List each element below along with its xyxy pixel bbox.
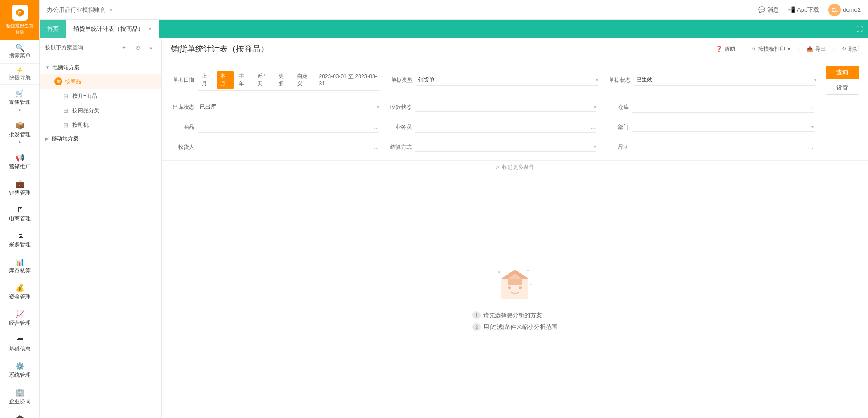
sidebar-item-sales[interactable]: 💼 销售管理 — [0, 175, 39, 201]
operation-icon: 📈 — [15, 310, 24, 318]
marketing-icon: 📢 — [15, 153, 24, 162]
tab-home[interactable]: 首页 — [40, 20, 66, 38]
messages-icon: 💬 — [758, 6, 765, 13]
ecommerce-icon: 🖥 — [16, 206, 24, 214]
sidebar-item-inventory[interactable]: 📊 库存核算 — [0, 253, 39, 279]
scheme-settings-btn[interactable]: ⊙ — [132, 43, 142, 52]
scheme-grid-icon-3: ⊞ — [61, 121, 70, 129]
sidebar-item-ecommerce[interactable]: 🖥 电商管理 — [0, 201, 39, 227]
search-menu[interactable]: 🔍 搜索菜单 — [0, 40, 39, 64]
dept-arrow: ▾ — [811, 124, 814, 129]
industry-dropdown[interactable]: ▾ — [109, 6, 113, 13]
brand-dots[interactable]: … — [808, 143, 814, 150]
sidebar-item-operation[interactable]: 📈 经营管理 — [0, 305, 39, 332]
date-btn-this-year[interactable]: 本年 — [235, 71, 253, 89]
doc-status-input[interactable]: 已生效 ▾ — [634, 74, 816, 86]
tab-close-icon[interactable]: × — [148, 26, 151, 32]
sidebar-item-wholesale[interactable]: 📦 批发管理 ▲ — [0, 117, 39, 149]
help-action[interactable]: ❓ 帮助 — [716, 45, 735, 53]
product-label: 商品 — [171, 124, 198, 131]
export-action[interactable]: 📤 导出 — [807, 45, 826, 53]
salesman-input[interactable]: … — [415, 122, 597, 133]
user-profile[interactable]: Ea demo2 — [828, 4, 861, 16]
sidebar-item-newbie[interactable]: 🎓 新手引导 — [0, 410, 39, 418]
app-download-icon: 📲 — [788, 6, 795, 13]
retail-expand: ▼ — [18, 107, 22, 112]
messages-action[interactable]: 💬 消息 — [758, 6, 779, 14]
out-status-value: 已出库 — [198, 103, 377, 111]
setting-button[interactable]: 设置 — [826, 81, 859, 95]
scheme-by-product[interactable]: 按 按商品 — [40, 74, 161, 89]
basic-icon: 🗃 — [16, 336, 24, 344]
brand-input[interactable]: … — [632, 142, 814, 152]
pc-scheme-label: 电脑端方案 — [52, 64, 80, 71]
action-buttons: 查询 设置 — [826, 66, 859, 95]
receiver-dots[interactable]: … — [373, 143, 379, 150]
receive-status-arrow: ▾ — [594, 104, 596, 109]
warehouse-input[interactable]: … — [632, 102, 814, 113]
app-download-action[interactable]: 📲 App下载 — [788, 6, 819, 14]
doc-date-field: 单据日期 上月 本月 本年 近7天 更多 自定义 2023-03-01 至 20… — [171, 70, 380, 91]
dept-field: 部门 ▾ — [605, 120, 814, 134]
collapse-bar[interactable]: ∧ 收起更多条件 — [162, 160, 868, 174]
pc-scheme-group[interactable]: ▼ 电脑端方案 — [40, 61, 161, 74]
date-btn-more[interactable]: 更多 — [275, 71, 292, 89]
tabbar-actions: ─ ⛶ — [848, 25, 868, 33]
sidebar-item-marketing[interactable]: 📢 营销推广 — [0, 149, 39, 175]
mobile-scheme-group[interactable]: ▶ 移动端方案 — [40, 132, 161, 145]
date-btn-last-month[interactable]: 上月 — [198, 71, 216, 89]
payment-arrow: ▾ — [594, 144, 596, 149]
svg-text:✦: ✦ — [529, 282, 533, 286]
collapse-label: ∧ 收起更多条件 — [495, 164, 534, 170]
scheme-by-driver[interactable]: ⊞ 按司机 — [40, 118, 161, 132]
dept-input[interactable]: ▾ — [632, 123, 814, 132]
add-scheme-btn[interactable]: + — [119, 43, 129, 52]
date-btn-7days[interactable]: 近7天 — [254, 71, 274, 89]
logo-icon: 好 — [12, 5, 28, 21]
doc-status-label: 单据状态 — [607, 76, 634, 84]
receive-status-label: 收款状态 — [388, 104, 415, 111]
date-btn-this-month[interactable]: 本月 — [217, 71, 234, 89]
receiver-input[interactable]: … — [198, 142, 379, 152]
product-input[interactable]: … — [198, 122, 379, 133]
tab-sales-stats[interactable]: 销货单统计计表（按商品） × — [66, 20, 159, 38]
sidebar-item-company[interactable]: 🏢 企业协同 — [0, 384, 39, 410]
salesman-dots[interactable]: … — [590, 124, 596, 130]
empty-illustration: ✦ ✦ ✦ — [492, 261, 538, 306]
svg-text:✦: ✦ — [526, 268, 530, 273]
filter-section: 单据日期 上月 本月 本年 近7天 更多 自定义 2023-03-01 至 20… — [162, 60, 868, 160]
sidebar-item-basic[interactable]: 🗃 基础信息 — [0, 332, 39, 357]
salesman-label: 业务员 — [388, 124, 415, 131]
sidebar-item-finance[interactable]: 💰 资金管理 — [0, 279, 39, 305]
empty-tip-2: 2 用[过滤]条件来缩小分析范围 — [472, 323, 557, 331]
sidebar-item-system[interactable]: ⚙️ 系统管理 — [0, 357, 39, 384]
home-label: 首页 — [47, 25, 59, 33]
scheme-grid-icon-2: ⊞ — [61, 106, 70, 114]
tab-maximize-icon[interactable]: ⛶ — [856, 25, 863, 33]
scheme-by-month-product[interactable]: ⊞ 按月+商品 — [40, 89, 161, 103]
empty-tip-1: 1 请先选择要分析的方案 — [472, 311, 557, 319]
retail-icon: 🛒 — [15, 89, 24, 98]
tip-num-1: 1 — [472, 311, 481, 319]
product-dots[interactable]: … — [373, 124, 379, 130]
sidebar-item-retail[interactable]: 🛒 零售管理 ▼ — [0, 85, 39, 117]
doc-type-arrow: ▾ — [596, 77, 598, 82]
doc-date-label: 单据日期 — [171, 76, 198, 84]
refresh-action[interactable]: ↻ 刷新 — [842, 45, 859, 53]
panel-collapse-btn[interactable]: « — [146, 43, 156, 52]
warehouse-dots[interactable]: … — [808, 104, 814, 110]
doc-type-input[interactable]: 销货单 ▾ — [416, 74, 599, 86]
date-btn-custom[interactable]: 自定义 — [293, 71, 316, 89]
out-status-label: 出库状态 — [171, 104, 198, 111]
scheme-by-category[interactable]: ⊞ 按商品分类 — [40, 103, 161, 118]
print-action[interactable]: 🖨 按模板打印 ▾ — [751, 45, 790, 53]
query-button[interactable]: 查询 — [826, 66, 859, 79]
tab-minimize-icon[interactable]: ─ — [848, 25, 853, 33]
payment-input[interactable]: ▾ — [415, 142, 597, 152]
quick-nav[interactable]: ⚡ 快捷导航 — [0, 64, 39, 85]
out-status-input[interactable]: 已出库 ▾ — [198, 101, 379, 113]
sidebar-item-purchase[interactable]: 🛍 采购管理 — [0, 227, 39, 253]
refresh-label: 刷新 — [848, 45, 859, 53]
left-panel: 按以下方案查询 + ⊙ « ▼ 电脑端方案 按 按商品 ⊞ 按月+商品 — [40, 38, 162, 418]
receive-status-input[interactable]: ▾ — [415, 103, 597, 112]
